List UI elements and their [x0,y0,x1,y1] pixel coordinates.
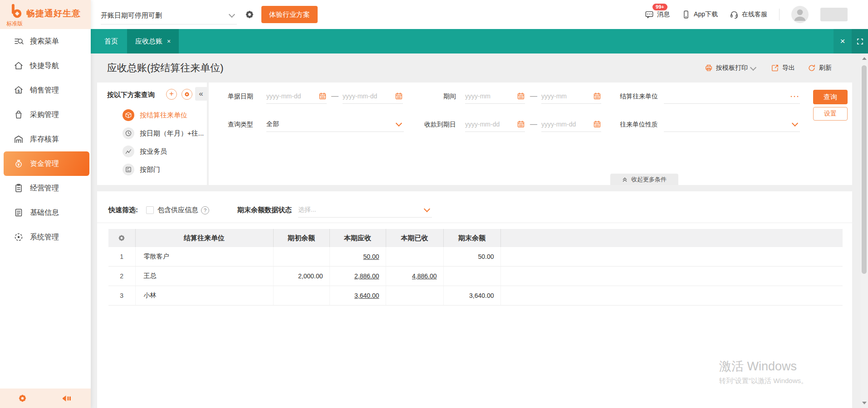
tab-label: 应收总账 [135,37,162,46]
partner-input[interactable]: ··· [664,89,800,104]
online-service-button[interactable]: 在线客服 [730,10,767,19]
search-button[interactable]: 查询 [813,90,848,104]
column-header[interactable]: 结算往来单位 [135,229,273,247]
calendar-icon [517,92,525,100]
content-area: 应收总账(按结算往来单位) 按模板打印 导出 刷新 [91,53,868,408]
include-supplier-checkbox[interactable] [146,206,154,214]
tab-receivable-ledger[interactable]: 应收总账 × [127,29,179,53]
period-to-input[interactable]: yyyy-mm [541,89,601,104]
column-header[interactable]: 期末余额 [443,229,500,247]
calendar-icon [517,120,525,128]
chevron-down-icon [229,11,235,18]
sidebar-item-inventory[interactable]: 库存核算 [0,127,91,151]
sidebar-item-search-menu[interactable]: 搜索菜单 [0,29,91,53]
status-select[interactable]: 选择... [298,203,432,218]
sidebar-item-label: 快捷导航 [30,61,59,71]
collapse-sidebar-icon[interactable] [61,395,71,402]
scheme-by-salesman[interactable]: 按业务员 [97,142,206,160]
amount-link[interactable]: 50.00 [363,253,379,260]
table-cell[interactable]: 2,886.00 [329,267,386,286]
scheme-by-department[interactable]: 按部门 [97,160,206,179]
app-download-button[interactable]: App下载 [682,10,718,19]
svg-text:$: $ [17,89,20,93]
doc-date-from-input[interactable]: yyyy-mm-dd [266,89,327,104]
due-date-from-input[interactable]: yyyy-mm-dd [465,117,525,132]
filter-row-1: 单据日期 yyyy-mm-dd — yyyy-mm-dd 期间 yyyy-mm [211,89,852,109]
export-button[interactable]: 导出 [771,64,795,72]
sidebar-item-operations[interactable]: 经营管理 [0,176,91,200]
quick-filter-label: 快速筛选: [108,206,138,214]
app-window: 畅捷通好生意 标准版 搜索菜单 快捷导航 $ 销售管理 采购管理 库存核算 [0,0,868,408]
scheme-settings-button[interactable] [181,89,192,100]
tab-home[interactable]: 首页 [98,29,124,53]
fullscreen-icon[interactable] [852,29,868,53]
scheme-by-partner[interactable]: 按结算往来单位 [97,106,206,124]
table-cell [500,247,843,267]
search-menu-icon [14,36,24,46]
table-cell[interactable]: 4,886.00 [386,267,443,286]
query-type-select[interactable]: 全部 [266,117,404,132]
table-cell[interactable]: 50.00 [329,247,386,267]
sidebar-item-sales[interactable]: $ 销售管理 [0,78,91,102]
messages-button[interactable]: 99+ 消息 [645,10,670,19]
table-cell: 2,000.00 [273,267,329,286]
sidebar-item-system[interactable]: 系统管理 [0,225,91,249]
vertical-scrollbar[interactable] [860,53,868,408]
printer-icon [705,64,713,72]
scroll-up-arrow[interactable] [862,57,867,60]
scheme-by-date[interactable]: 按日期（年月）+往... [97,124,206,142]
sidebar-item-label: 搜索菜单 [30,37,59,46]
sidebar-item-purchase[interactable]: 采购管理 [0,102,91,127]
table-row[interactable]: 3小林3,640.003,640.00 [108,286,843,306]
sidebar-menu: 搜索菜单 快捷导航 $ 销售管理 采购管理 库存核算 ¥ 资金管理 [0,29,91,249]
sidebar-item-quick-nav[interactable]: 快捷导航 [0,53,91,78]
money-bag-icon: ¥ [14,159,24,169]
table-cell[interactable]: 3,640.00 [329,286,386,306]
cube-icon [123,109,134,121]
table-gear-icon[interactable] [109,234,135,242]
table-cell [273,247,329,267]
sidebar: 畅捷通好生意 标准版 搜索菜单 快捷导航 $ 销售管理 采购管理 库存核算 [0,0,91,408]
column-settings-cell[interactable] [108,229,135,247]
table-row[interactable]: 1零散客户50.0050.00 [108,247,843,267]
partner-nature-select[interactable] [664,117,800,132]
results-panel: 快速筛选: 包含供应信息 ? 期末余额数据状态 选择... [97,191,852,408]
period-from-input[interactable]: yyyy-mm [465,89,525,104]
more-options-icon[interactable]: ··· [790,92,800,100]
collapse-panel-button[interactable]: « [195,87,207,101]
brand-logo-icon [9,3,25,19]
sidebar-item-label: 库存核算 [30,135,59,144]
trial-solution-button[interactable]: 体验行业方案 [261,6,318,23]
page-tools: 按模板打印 导出 刷新 [705,64,832,72]
date-placeholder: yyyy-mm-dd [541,121,576,128]
print-by-template-button[interactable]: 按模板打印 [705,64,758,72]
close-all-icon[interactable]: × [834,29,852,53]
help-icon[interactable]: ? [201,206,209,214]
username-redacted[interactable] [820,8,848,21]
add-scheme-button[interactable]: + [166,89,177,100]
close-tab-icon[interactable]: × [167,38,171,45]
doc-date-to-input[interactable]: yyyy-mm-dd [343,89,403,104]
scrollbar-thumb[interactable] [862,65,867,274]
column-header[interactable]: 本期应收 [329,229,386,247]
sidebar-item-label: 资金管理 [30,159,59,169]
sidebar-item-basic-info[interactable]: 基础信息 [0,200,91,225]
column-header[interactable]: 期初余额 [273,229,329,247]
settings-gear-icon[interactable] [18,394,27,403]
sidebar-item-funds[interactable]: ¥ 资金管理 [4,151,89,176]
column-header-filler [500,229,843,247]
column-header[interactable]: 本期已收 [386,229,443,247]
amount-link[interactable]: 3,640.00 [354,292,379,299]
refresh-button[interactable]: 刷新 [808,64,832,72]
avatar[interactable] [791,6,809,23]
scroll-down-arrow[interactable] [862,402,867,404]
amount-link[interactable]: 2,886.00 [354,272,379,280]
gear-icon[interactable] [245,10,254,19]
amount-link[interactable]: 4,886.00 [412,272,437,280]
filter-panel: 按以下方案查询 + « 按结算往来单位 按日期（年月）+往... [97,83,852,185]
table-row[interactable]: 2王总2,000.002,886.004,886.00 [108,267,843,286]
chevron-down-icon [792,120,798,126]
account-set-selector[interactable]: 开账日期可停用可删 [101,7,237,24]
collapse-more-conditions[interactable]: 收起更多条件 [610,174,678,185]
due-date-to-input[interactable]: yyyy-mm-dd [541,117,601,132]
